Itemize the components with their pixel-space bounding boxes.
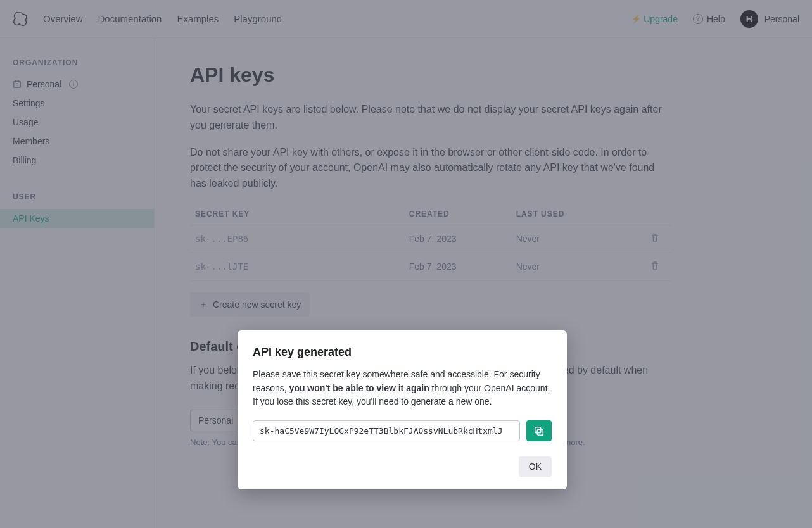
intro-paragraph-1: Your secret API keys are listed below. P… <box>190 102 671 134</box>
help-icon: ? <box>693 14 703 24</box>
create-key-label: Create new secret key <box>213 299 301 310</box>
nav-links: Overview Documentation Examples Playgrou… <box>43 13 282 24</box>
sidebar-user-heading: USER <box>0 187 154 209</box>
avatar: H <box>740 10 758 28</box>
key-preview: sk-...lJTE <box>190 253 404 280</box>
nav-playground[interactable]: Playground <box>234 13 282 24</box>
key-preview: sk-...EP86 <box>190 225 404 253</box>
modal-title: API key generated <box>253 346 552 359</box>
col-last-used: LAST USED <box>511 203 645 225</box>
intro-paragraph-2: Do not share your API key with others, o… <box>190 145 671 192</box>
key-created: Feb 7, 2023 <box>404 253 511 280</box>
upgrade-link[interactable]: ⚡ Upgrade <box>631 14 678 24</box>
upgrade-label: Upgrade <box>644 14 678 24</box>
copy-icon <box>533 425 545 437</box>
openai-logo[interactable] <box>13 11 28 27</box>
sidebar-item-usage[interactable]: Usage <box>0 113 154 132</box>
sidebar-item-billing[interactable]: Billing <box>0 151 154 170</box>
page-title: API keys <box>190 63 777 87</box>
key-created: Feb 7, 2023 <box>404 225 511 253</box>
api-keys-table: SECRET KEY CREATED LAST USED sk-...EP86 … <box>190 203 671 281</box>
nav-examples[interactable]: Examples <box>177 13 219 24</box>
help-link[interactable]: ? Help <box>693 14 725 24</box>
modal-ok-button[interactable]: OK <box>519 456 552 477</box>
trash-icon[interactable] <box>650 233 660 243</box>
modal-body: Please save this secret key somewhere sa… <box>253 368 552 409</box>
svg-rect-0 <box>14 82 21 88</box>
sidebar-item-api-keys[interactable]: API Keys <box>0 209 154 228</box>
generated-key-input[interactable] <box>253 420 520 441</box>
copy-key-button[interactable] <box>526 420 552 441</box>
api-key-generated-modal: API key generated Please save this secre… <box>238 330 567 489</box>
sidebar-org-switcher[interactable]: Personal i <box>0 75 154 94</box>
default-org-value: Personal <box>198 415 233 425</box>
nav-overview[interactable]: Overview <box>43 13 83 24</box>
sidebar: ORGANIZATION Personal i Settings Usage M… <box>0 38 155 528</box>
building-icon <box>13 80 22 89</box>
create-key-button[interactable]: ＋ Create new secret key <box>190 292 310 317</box>
user-label: Personal <box>764 14 799 24</box>
sidebar-item-settings[interactable]: Settings <box>0 94 154 113</box>
trash-icon[interactable] <box>650 261 660 271</box>
user-menu[interactable]: H Personal <box>740 10 799 28</box>
col-created: CREATED <box>404 203 511 225</box>
col-secret-key: SECRET KEY <box>190 203 404 225</box>
plus-icon: ＋ <box>199 299 208 310</box>
table-row: sk-...EP86 Feb 7, 2023 Never <box>190 225 671 253</box>
key-last-used: Never <box>511 225 645 253</box>
sidebar-org-name: Personal <box>27 79 61 89</box>
info-icon: i <box>69 80 78 89</box>
bolt-icon: ⚡ <box>631 15 641 23</box>
help-label: Help <box>707 14 725 24</box>
sidebar-item-members[interactable]: Members <box>0 132 154 151</box>
modal-body-bold: you won't be able to view it again <box>289 383 429 393</box>
sidebar-org-heading: ORGANIZATION <box>0 53 154 75</box>
top-nav: Overview Documentation Examples Playgrou… <box>0 0 812 38</box>
key-last-used: Never <box>511 253 645 280</box>
table-row: sk-...lJTE Feb 7, 2023 Never <box>190 253 671 280</box>
nav-documentation[interactable]: Documentation <box>98 13 162 24</box>
